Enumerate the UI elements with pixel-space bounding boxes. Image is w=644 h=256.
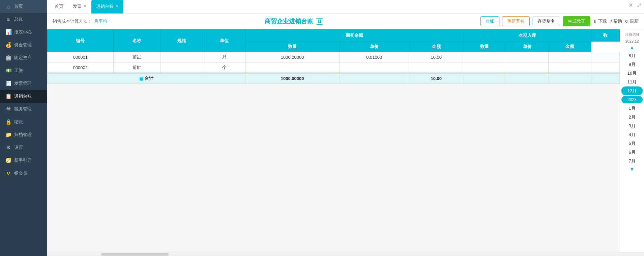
year-2023-marker: 2023 — [621, 96, 643, 103]
guide-icon: 🧭 — [5, 157, 11, 163]
month-item-9[interactable]: 9月 — [620, 60, 644, 69]
month-item-4[interactable]: 4月 — [620, 130, 644, 139]
sidebar-item-reports[interactable]: 📊 报表中心 — [0, 26, 47, 39]
tab-home[interactable]: 首页 — [50, 0, 68, 14]
reports-icon: 📊 — [5, 29, 11, 35]
content-area: 编号 名称 规格 单位 期初余额 本期入库 数 数量 单价 金额 数量 单价 — [47, 29, 644, 252]
col-opening-balance: 期初余额 — [245, 30, 463, 42]
generate-voucher-button[interactable]: 生成凭证 — [563, 16, 590, 26]
tab-home-label: 首页 — [55, 3, 63, 9]
sidebar: ⌂ 首页 ≡ 总账 📊 报表中心 💰 资金管理 🏢 固定资产 💵 工资 🧾 发票… — [0, 0, 47, 256]
sidebar-item-wages[interactable]: 💵 工资 — [0, 64, 47, 77]
total-in-price — [506, 73, 548, 84]
total-opening-price — [339, 73, 409, 84]
month-item-10[interactable]: 10月 — [620, 69, 644, 78]
download-button[interactable]: ⬇ 下载 — [593, 18, 607, 24]
sidebar-item-close[interactable]: 🔒 结账 — [0, 116, 47, 128]
sidebar-item-inventory[interactable]: 📋 进销台账 — [0, 90, 47, 103]
page-title-text: 商贸企业进销台账 — [265, 17, 313, 25]
assets-icon: 🏢 — [5, 55, 11, 61]
sidebar-label-vip: 畅会员 — [14, 170, 27, 176]
sidebar-item-assets[interactable]: 🏢 固定资产 — [0, 51, 47, 64]
tab-invoice-label: 发票 — [73, 3, 82, 9]
archive-icon: 📁 — [5, 132, 11, 138]
cell-extra-2 — [591, 62, 619, 73]
total-text: 合计 — [145, 75, 153, 81]
reconcile-button[interactable]: 对账 — [480, 16, 499, 26]
cell-spec-1 — [160, 52, 203, 62]
cell-opening-amount-2 — [409, 62, 463, 73]
reopen-button[interactable]: 重新开账 — [502, 16, 530, 26]
tab-invoice-close[interactable]: ✕ — [84, 4, 87, 8]
sidebar-item-finance[interactable]: 💰 资金管理 — [0, 39, 47, 51]
help-button[interactable]: ? 帮助 — [610, 18, 622, 24]
total-extra — [591, 73, 619, 84]
col-in-qty: 数量 — [463, 42, 506, 52]
total-in-amount — [549, 73, 591, 84]
month-item-11[interactable]: 11月 — [620, 78, 644, 86]
sidebar-label-inventory: 进销台账 — [14, 93, 32, 99]
close-account-icon: 🔒 — [5, 119, 11, 125]
month-item-12[interactable]: 12月 — [621, 86, 643, 95]
cost-method: 销售成本计算方法： 月平均 — [53, 18, 107, 24]
horizontal-scrollbar[interactable] — [47, 252, 644, 256]
tab-invoice[interactable]: 发票 ✕ — [68, 0, 91, 14]
cell-opening-amount-1: 10.00 — [409, 52, 463, 62]
tab-inventory-close[interactable]: ✕ — [116, 4, 119, 8]
save-alias-button[interactable]: 存货别名 — [532, 16, 560, 26]
col-unit: 单位 — [203, 30, 245, 52]
table-row: 000001 前缸 只 1000.00000 0.01000 10.00 — [48, 52, 620, 62]
cell-extra-1 — [591, 52, 619, 62]
sidebar-item-home[interactable]: ⌂ 首页 — [0, 0, 47, 13]
sidebar-label-assets: 固定资产 — [14, 55, 32, 61]
month-item-1[interactable]: 1月 — [620, 104, 644, 113]
maximize-window-button[interactable]: ⤢ — [637, 2, 641, 8]
table-body: 000001 前缸 只 1000.00000 0.01000 10.00 — [48, 52, 620, 84]
window-controls: ✕ ⤢ — [628, 2, 641, 8]
month-prev-button[interactable]: ▲ — [630, 44, 635, 51]
month-item-8[interactable]: 8月 — [620, 51, 644, 60]
col-spec: 规格 — [160, 30, 203, 52]
sidebar-item-ledger[interactable]: ≡ 总账 — [0, 13, 47, 26]
month-item-7[interactable]: 7月 — [620, 157, 644, 165]
cell-name-1: 前缸 — [113, 52, 160, 62]
sidebar-item-archive[interactable]: 📁 归档管理 — [0, 128, 47, 141]
table-total-row: ▣ 合计 1000.00000 10.00 — [48, 73, 620, 84]
year-2022-label: 2022.12 — [625, 39, 639, 44]
sidebar-item-settings[interactable]: ⚙ 设置 — [0, 141, 47, 154]
inventory-table: 编号 名称 规格 单位 期初余额 本期入库 数 数量 单价 金额 数量 单价 — [47, 29, 620, 84]
close-window-button[interactable]: ✕ — [628, 2, 633, 8]
sidebar-label-close: 结账 — [14, 119, 23, 125]
month-item-5[interactable]: 5月 — [620, 139, 644, 148]
table-area: 编号 名称 规格 单位 期初余额 本期入库 数 数量 单价 金额 数量 单价 — [47, 29, 620, 252]
sidebar-item-invoice-mgmt[interactable]: 🧾 发票管理 — [0, 77, 47, 90]
tax-icon: 🏛 — [5, 106, 11, 112]
month-next-button[interactable]: ▼ — [630, 165, 635, 173]
ledger-icon: ≡ — [5, 16, 11, 22]
help-label: 帮助 — [613, 18, 622, 24]
sidebar-item-tax[interactable]: 🏛 税务管理 — [0, 103, 47, 116]
month-item-6[interactable]: 6月 — [620, 148, 644, 157]
tab-inventory[interactable]: 进销台账 ✕ — [91, 0, 123, 14]
month-panel: 月份选择 2022.12 ▲ 8月 9月 10月 11月 12月 2023 1月… — [620, 29, 644, 252]
refresh-button[interactable]: ↻ 刷新 — [625, 18, 639, 24]
col-in-price: 单价 — [506, 42, 548, 52]
cell-in-amount-1 — [549, 52, 591, 62]
table-row: 000002 前缸 个 — [48, 62, 620, 73]
cell-spec-2 — [160, 62, 203, 73]
sidebar-label-tax: 税务管理 — [14, 106, 32, 112]
scrollbar-thumb[interactable] — [101, 253, 169, 256]
vip-icon: V — [5, 170, 11, 176]
cell-in-qty-2 — [463, 62, 506, 73]
sidebar-item-vip[interactable]: V 畅会员 — [0, 167, 47, 180]
month-item-2[interactable]: 2月 — [620, 113, 644, 122]
total-opening-qty: 1000.00000 — [245, 73, 339, 84]
month-item-3[interactable]: 3月 — [620, 122, 644, 130]
col-opening-qty: 数量 — [245, 42, 339, 52]
main-area: ✕ ⤢ 首页 发票 ✕ 进销台账 ✕ 销售成本计算方法： 月平均 商贸企业进销台… — [47, 0, 644, 256]
sidebar-label-finance: 资金管理 — [14, 42, 32, 48]
total-opening-amount: 10.00 — [409, 73, 463, 84]
sidebar-item-guide[interactable]: 🧭 新手引导 — [0, 154, 47, 167]
cost-method-label: 销售成本计算方法： — [53, 18, 92, 24]
total-in-qty — [463, 73, 506, 84]
